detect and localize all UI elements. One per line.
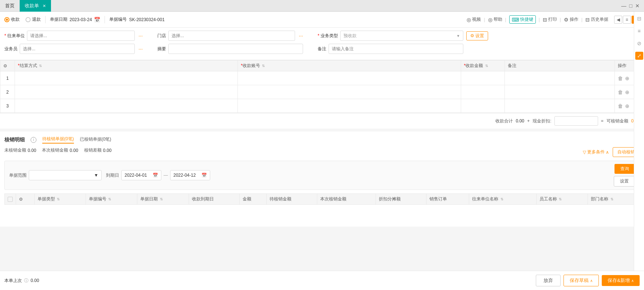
sort-doc-num[interactable]: ⇅ bbox=[108, 197, 111, 201]
filter-icon: ▽ bbox=[583, 150, 586, 155]
copy-row-1-icon[interactable]: ⊕ bbox=[625, 75, 629, 81]
sort-counterpart[interactable]: ⇅ bbox=[500, 197, 503, 201]
range-chevron-icon: ▼ bbox=[94, 173, 98, 178]
total-label: 收款合计 bbox=[495, 118, 513, 124]
setup-button[interactable]: ⚙ 设置 bbox=[466, 31, 488, 40]
row-num-1: 1 bbox=[0, 71, 15, 85]
staff-more-icon[interactable]: ··· bbox=[138, 46, 143, 52]
sort-staff[interactable]: ⇅ bbox=[559, 197, 562, 201]
save-draft-button[interactable]: 保存草稿 ∧ bbox=[564, 275, 599, 286]
remark-label: 备注 bbox=[318, 46, 326, 52]
th-sales-order: 销售订单 bbox=[426, 194, 469, 205]
row-settle-3[interactable] bbox=[15, 99, 238, 113]
sort-dept[interactable]: ⇅ bbox=[610, 197, 613, 201]
minimize-btn[interactable]: — bbox=[621, 3, 627, 9]
row-settle-2[interactable] bbox=[15, 85, 238, 99]
date-from-input[interactable]: 2022-04-01 📅 bbox=[121, 170, 161, 180]
row-amount-3[interactable] bbox=[461, 99, 504, 113]
refund-radio-label: 退款 bbox=[32, 16, 41, 23]
delete-row-1-icon[interactable]: 🗑 bbox=[618, 75, 623, 81]
sort-icon-settle[interactable]: ⇅ bbox=[39, 64, 42, 68]
maximize-btn[interactable]: □ bbox=[629, 3, 632, 9]
date-value[interactable]: 2023-03-24 bbox=[70, 17, 92, 22]
bottom-bar-right: 放弃 保存草稿 ∧ 保存&新增 ∧ bbox=[536, 275, 640, 286]
th-account: *收款账号 ⇅ bbox=[238, 60, 461, 71]
print-action[interactable]: ⊟ 打印 bbox=[543, 16, 557, 23]
tab-close-icon[interactable]: ✕ bbox=[43, 4, 46, 8]
bottom-table-settings-icon[interactable]: ⚙ bbox=[19, 197, 23, 202]
store-input[interactable] bbox=[168, 31, 295, 41]
history-action[interactable]: ⊟ 历史单据 bbox=[585, 16, 608, 23]
table-footer: 收款合计 0.00 + 现金折扣: = 可核销金额 0.00 bbox=[0, 113, 644, 129]
store-more-icon[interactable]: ··· bbox=[299, 33, 303, 39]
form-row-2: 业务员 ··· 摘要 备注 bbox=[4, 44, 640, 54]
list-view-btn[interactable]: ≡ bbox=[623, 16, 631, 24]
sort-icon-account[interactable]: ⇅ bbox=[262, 64, 265, 68]
date-sep: — bbox=[164, 173, 168, 178]
video-action[interactable]: ◎ 视频 bbox=[467, 16, 481, 23]
remark-field: 备注 bbox=[318, 44, 463, 54]
remark-input[interactable] bbox=[329, 44, 463, 54]
discard-button[interactable]: 放弃 bbox=[536, 275, 561, 286]
tab-home[interactable]: 首页 bbox=[0, 0, 20, 12]
counterpart-more-icon[interactable]: ··· bbox=[138, 33, 143, 39]
date-field: 单据日期 2023-03-24 📅 bbox=[50, 16, 100, 23]
range-select[interactable]: ▼ bbox=[29, 170, 102, 180]
bottom-bar: 本单上次 ⓘ 0.00 放弃 保存草稿 ∧ 保存&新增 ∧ bbox=[0, 271, 644, 290]
sidebar-link-icon[interactable]: ⊘ bbox=[635, 39, 643, 47]
save-new-button[interactable]: 保存&新增 ∧ bbox=[602, 275, 640, 286]
table-settings-icon[interactable]: ⚙ bbox=[3, 63, 7, 68]
row-remark-2[interactable] bbox=[504, 85, 614, 99]
close-btn[interactable]: ✕ bbox=[635, 3, 640, 9]
number-value[interactable]: SK-20230324-001 bbox=[129, 17, 164, 22]
discount-input[interactable] bbox=[554, 116, 598, 126]
row-amount-2[interactable] bbox=[461, 85, 504, 99]
tab-receipt[interactable]: 收款单 ✕ bbox=[20, 0, 51, 12]
sort-icon-amount[interactable]: ⇅ bbox=[485, 64, 488, 68]
sidebar-expand-icon[interactable]: ⤢ bbox=[635, 52, 643, 60]
calendar-icon[interactable]: 📅 bbox=[94, 17, 100, 23]
row-account-3[interactable] bbox=[238, 99, 461, 113]
sidebar-doc-icon[interactable]: ≡ bbox=[635, 27, 643, 35]
row-remark-3[interactable] bbox=[504, 99, 614, 113]
bottom-info-icon[interactable]: ⓘ bbox=[24, 278, 28, 284]
receipt-radio[interactable]: 收款 bbox=[4, 16, 20, 23]
delete-row-3-icon[interactable]: 🗑 bbox=[618, 103, 623, 109]
sort-doc-date[interactable]: ⇅ bbox=[160, 197, 163, 201]
operate-action[interactable]: ⚙ 操作 bbox=[564, 16, 578, 23]
row-settle-1[interactable] bbox=[15, 71, 238, 85]
more-conditions-btn[interactable]: ▽ 更多条件 ∧ bbox=[583, 149, 609, 155]
row-remark-1[interactable] bbox=[504, 71, 614, 85]
date-to-input[interactable]: 2022-04-12 📅 bbox=[170, 170, 210, 180]
delete-row-2-icon[interactable]: 🗑 bbox=[618, 89, 623, 95]
prev-btn[interactable]: ◀ bbox=[614, 16, 622, 24]
select-all-checkbox[interactable] bbox=[8, 197, 13, 202]
tab-bar: 首页 收款单 ✕ — □ ✕ bbox=[0, 0, 644, 12]
business-type-select[interactable]: 预收款 ▼ bbox=[340, 31, 463, 41]
verif-tab-done[interactable]: 已核销单据(0笔) bbox=[80, 136, 111, 143]
row-account-2[interactable] bbox=[238, 85, 461, 99]
receipt-radio-dot bbox=[4, 17, 9, 22]
counterpart-input[interactable] bbox=[27, 31, 135, 41]
sidebar-table-icon[interactable]: ⊟ bbox=[635, 15, 643, 23]
row-amount-1[interactable] bbox=[461, 71, 504, 85]
staff-input[interactable] bbox=[20, 44, 135, 54]
verif-info-icon[interactable]: i bbox=[31, 137, 36, 143]
copy-row-3-icon[interactable]: ⊕ bbox=[625, 103, 629, 109]
sort-doc-type[interactable]: ⇅ bbox=[57, 197, 60, 201]
summary-input[interactable] bbox=[168, 44, 303, 54]
refund-radio[interactable]: 退款 bbox=[25, 16, 41, 23]
query-button[interactable]: 查询 bbox=[614, 164, 635, 174]
receipt-radio-label: 收款 bbox=[11, 16, 20, 23]
verif-tab-pending[interactable]: 待核销单据(0笔) bbox=[42, 136, 74, 144]
th-settings-bottom: ⚙ bbox=[16, 194, 35, 205]
operate-icon: ⚙ bbox=[564, 17, 569, 23]
row-account-1[interactable] bbox=[238, 71, 461, 85]
bottom-value: 0.00 bbox=[31, 278, 39, 283]
shortcut-action[interactable]: ⌨ 快捷键 bbox=[509, 15, 536, 24]
plus-label: + bbox=[527, 118, 530, 124]
filter-settings-button[interactable]: 设置 bbox=[614, 176, 635, 187]
save-draft-arrow-icon: ∧ bbox=[590, 279, 593, 283]
copy-row-2-icon[interactable]: ⊕ bbox=[625, 89, 629, 95]
help-action[interactable]: ◎ 帮助 bbox=[488, 16, 502, 23]
